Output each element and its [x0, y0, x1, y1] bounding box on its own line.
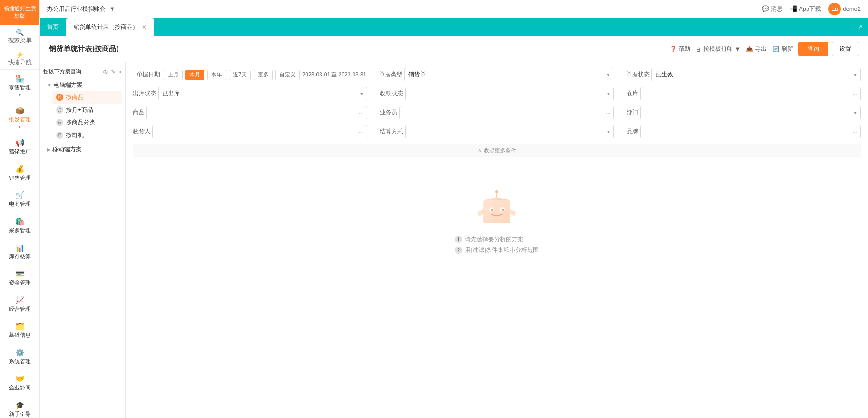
filter-row-3: 商品 ··· 业务员 ··· 部门 [133, 106, 861, 119]
doc-status-filter: 单据状态 已生效 ▼ [626, 68, 861, 81]
by-category-label: 按商品分类 [66, 119, 95, 127]
date-btn-this-year[interactable]: 本年 [207, 70, 226, 80]
sidebar-item-inventory[interactable]: 📊 库存核算 [0, 239, 39, 265]
sidebar-item-basic[interactable]: 🗂️ 基础信息 [0, 318, 39, 344]
payment-method-input[interactable]: ▼ [405, 125, 614, 138]
tree-item-by-clerk[interactable]: 司 按司机 [52, 129, 122, 142]
left-panel-title: 按以下方案查询 [43, 68, 81, 76]
add-scheme-icon[interactable]: ⊕ [103, 68, 108, 76]
guide-icon: 🎓 [15, 401, 24, 409]
department-input[interactable]: ▼ [640, 106, 861, 119]
ecommerce-icon: 🛒 [15, 191, 24, 200]
tree-item-by-month[interactable]: 月 按月+商品 [52, 104, 122, 116]
filter-row-2: 出库状态 已出库 ▼ 收款状态 ▼ 仓库 [133, 87, 861, 100]
finance-label: 资金管理 [9, 279, 31, 287]
tree-mobile-section[interactable]: ▶ 移动端方案 [43, 143, 122, 155]
sidebar-item-ecommerce[interactable]: 🛒 电商管理 [0, 186, 39, 213]
tab-home[interactable]: 首页 [40, 18, 66, 36]
brand-input[interactable]: ··· [640, 125, 861, 138]
by-clerk-icon: 司 [56, 132, 63, 139]
svg-point-3 [491, 209, 493, 211]
operation-label: 经营管理 [9, 305, 31, 313]
ecommerce-label: 电商管理 [9, 200, 31, 208]
date-btn-last-month[interactable]: 上月 [164, 70, 183, 80]
industry-dropdown[interactable]: ▼ [109, 5, 115, 12]
collapse-bar[interactable]: ∧ 收起更多条件 [133, 144, 861, 157]
department-label: 部门 [627, 109, 638, 117]
industry-label: 办公用品行业模拟账套 [47, 5, 106, 13]
basic-icon: 🗂️ [15, 322, 24, 331]
out-status-filter: 出库状态 已出库 ▼ [133, 87, 367, 100]
edit-scheme-icon[interactable]: ✎ [111, 68, 116, 76]
date-btn-more[interactable]: 更多 [254, 70, 273, 80]
left-panel-icons: ⊕ ✎ « [103, 68, 122, 76]
salesperson-input[interactable]: ··· [399, 106, 614, 119]
mobile-section-label: 移动端方案 [52, 145, 82, 153]
salesperson-dots: ··· [605, 109, 611, 116]
sidebar-item-operation[interactable]: 📈 经营管理 [0, 291, 39, 318]
sidebar-item-sales[interactable]: 💰 销售管理 [0, 160, 39, 186]
help-btn[interactable]: ❓ 帮助 [670, 45, 690, 53]
tree-pc-arrow: ▼ [47, 83, 52, 88]
doc-status-label: 单据状态 [626, 71, 650, 79]
tree-mobile-arrow: ▶ [47, 147, 51, 152]
date-btn-this-month[interactable]: 本月 [185, 70, 204, 80]
query-button[interactable]: 查询 [798, 42, 828, 56]
product-label: 商品 [133, 109, 145, 117]
product-filter: 商品 ··· [133, 106, 367, 119]
settings-button[interactable]: 设置 [832, 42, 859, 56]
empty-tip-2: 2 用[过滤]条件来缩小分析范围 [455, 246, 538, 254]
warehouse-filter: 仓库 ··· [627, 87, 861, 100]
empty-illustration [474, 185, 519, 230]
date-range: 2023-03-01 至 2023-03-31 [302, 71, 366, 79]
sidebar-item-purchase[interactable]: 🛍️ 采购管理 [0, 213, 39, 239]
tree-pc-section[interactable]: ▼ 电脑端方案 [43, 79, 122, 91]
doc-type-input[interactable]: 销货单 ▼ [404, 68, 613, 81]
sidebar-item-retail[interactable]: 🏪 零售管理 ▼ [0, 70, 39, 102]
sidebar-item-wholesale[interactable]: 📦 批发管理 ▲ [0, 102, 39, 134]
export-btn[interactable]: 📤 导出 [746, 45, 767, 53]
filter-row-1: 单据日期 上月 本月 本年 近7天 更多 自定义 2023-03-01 至 20… [133, 68, 861, 81]
user-info[interactable]: Ea demo2 [828, 3, 861, 15]
payment-status-input[interactable]: ▼ [405, 87, 614, 100]
tab-expand[interactable]: ⤢ [851, 23, 868, 32]
tab-close-icon[interactable]: ✕ [142, 24, 146, 30]
by-product-icon: 按 [56, 94, 63, 101]
message-btn[interactable]: 💬 消息 [762, 5, 783, 13]
tree-item-by-category[interactable]: 回 按商品分类 [52, 116, 122, 129]
tree-item-by-product[interactable]: 按 按商品 [52, 91, 122, 104]
app-download-btn[interactable]: 📲 App下载 [790, 5, 821, 13]
wholesale-label: 批发管理 [9, 116, 31, 124]
sidebar-item-marketing[interactable]: 📢 营销推广 [0, 134, 39, 160]
refresh-btn[interactable]: 🔄 刷新 [772, 45, 793, 53]
template-print-btn[interactable]: 🖨 按模板打印 ▼ [696, 45, 741, 53]
out-status-arrow: ▼ [359, 91, 364, 96]
sidebar-item-enterprise[interactable]: 🤝 企业协同 [0, 370, 39, 396]
primary-actions: 查询 设置 [798, 42, 859, 56]
inventory-label: 库存核算 [9, 253, 31, 261]
pc-section-label: 电脑端方案 [53, 81, 83, 89]
tab-sales-stat[interactable]: 销货单统计表（按商品） ✕ [66, 18, 154, 36]
out-status-input[interactable]: 已出库 ▼ [158, 87, 367, 100]
retail-arrow: ▼ [18, 92, 22, 97]
sidebar-search[interactable]: 🔍 搜索菜单 [0, 25, 39, 48]
department-filter: 部门 ▼ [627, 106, 861, 119]
sidebar-item-finance[interactable]: 💳 资金管理 [0, 265, 39, 291]
operation-icon: 📈 [15, 296, 24, 304]
sidebar-item-guide[interactable]: 🎓 新手引导 [0, 396, 39, 418]
warehouse-label: 仓库 [627, 90, 638, 98]
warehouse-input[interactable]: ··· [640, 87, 861, 100]
receiver-input[interactable]: ··· [152, 125, 367, 138]
doc-status-input[interactable]: 已生效 ▼ [651, 68, 861, 81]
collapse-panel-icon[interactable]: « [118, 68, 122, 76]
date-btn-7days[interactable]: 近7天 [229, 70, 251, 80]
by-category-icon: 回 [56, 119, 63, 126]
product-input[interactable]: ··· [146, 106, 367, 119]
enterprise-label: 企业协同 [9, 384, 31, 392]
tip-text-1: 请先选择要分析的方案 [465, 235, 524, 243]
receiver-dots: ··· [359, 128, 364, 135]
sidebar-item-system[interactable]: ⚙️ 系统管理 [0, 344, 39, 370]
date-btn-custom[interactable]: 自定义 [275, 70, 300, 80]
collapse-bar-label: ∧ 收起更多条件 [477, 147, 516, 155]
sidebar-quick-nav[interactable]: ⚡ 快捷导航 [0, 48, 39, 70]
